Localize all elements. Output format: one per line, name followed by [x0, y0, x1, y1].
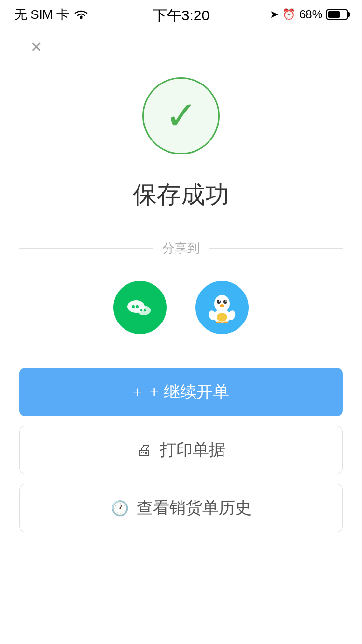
continue-label: + 继续开单: [150, 381, 229, 403]
plus-icon: +: [133, 383, 142, 401]
close-icon: ×: [31, 38, 42, 56]
divider-right: [209, 248, 343, 249]
print-label: 打印单据: [160, 439, 225, 461]
divider-left: [19, 248, 153, 249]
svg-point-9: [223, 300, 227, 304]
status-right: ➤ ⏰ 68%: [270, 8, 348, 21]
share-divider: 分享到: [19, 240, 343, 257]
wifi-icon: [74, 9, 88, 20]
svg-point-10: [219, 300, 220, 302]
continue-button[interactable]: + + 继续开单: [19, 368, 343, 416]
share-icons-row: [113, 281, 249, 334]
svg-point-14: [217, 313, 227, 322]
print-button[interactable]: 🖨 打印单据: [19, 426, 343, 474]
history-label: 查看销货单历史: [137, 497, 251, 519]
svg-point-5: [140, 309, 142, 311]
success-title: 保存成功: [133, 179, 229, 211]
checkmark-icon: ✓: [165, 97, 197, 135]
buttons-section: + + 继续开单 🖨 打印单据 🕐 查看销货单历史: [19, 368, 343, 532]
no-sim-text: 无 SIM 卡: [14, 6, 69, 23]
share-label: 分享到: [162, 240, 200, 257]
status-bar: 无 SIM 卡 下午3:20 ➤ ⏰ 68%: [0, 0, 362, 29]
history-button[interactable]: 🕐 查看销货单历史: [19, 484, 343, 532]
svg-point-11: [225, 300, 227, 302]
svg-point-6: [144, 309, 146, 311]
svg-point-12: [220, 304, 224, 307]
qq-icon: [208, 292, 237, 323]
wechat-icon: [125, 293, 154, 322]
svg-point-3: [136, 305, 139, 308]
status-left: 无 SIM 卡: [14, 6, 88, 23]
main-content: ✓ 保存成功 分享到: [0, 29, 362, 532]
qq-share-button[interactable]: [195, 281, 249, 334]
battery-percent: 68%: [299, 8, 322, 21]
close-button[interactable]: ×: [24, 35, 48, 59]
print-icon: 🖨: [137, 441, 152, 459]
battery-icon: [326, 9, 348, 20]
history-icon: 🕐: [111, 500, 129, 517]
wechat-share-button[interactable]: [113, 281, 167, 334]
status-time: 下午3:20: [153, 6, 209, 26]
alarm-icon: ⏰: [282, 8, 295, 21]
svg-point-8: [217, 300, 221, 304]
success-circle: ✓: [142, 77, 220, 154]
location-icon: ➤: [270, 8, 278, 21]
svg-point-0: [80, 17, 82, 19]
svg-point-2: [132, 305, 135, 308]
